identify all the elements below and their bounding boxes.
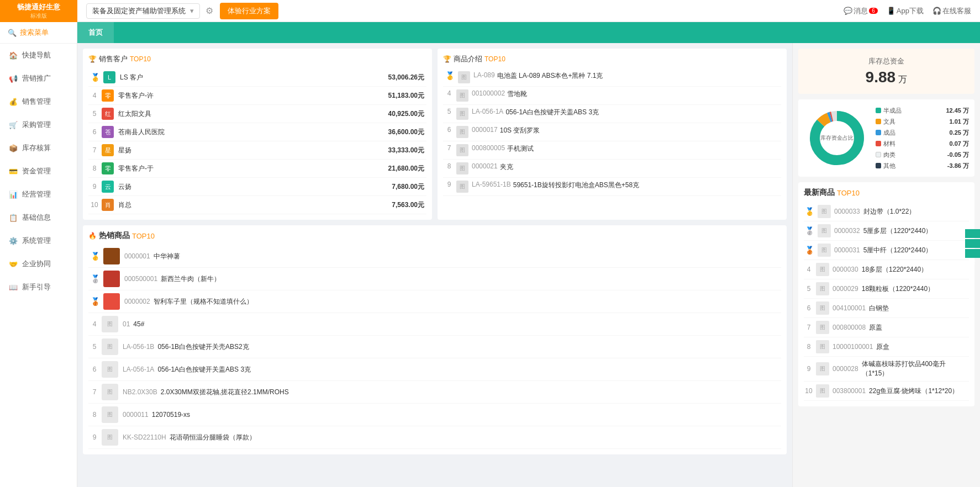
trial-button[interactable]: 体验行业方案 bbox=[220, 3, 278, 19]
sidebar-search[interactable]: 🔍 搜索菜单 bbox=[0, 22, 77, 44]
online-service-btn[interactable]: 🎧 在线客服 bbox=[932, 6, 971, 16]
collab-icon: 🤝 bbox=[9, 260, 18, 268]
rank-num: 9 bbox=[91, 433, 98, 441]
customer-amount: 53,006.26元 bbox=[388, 73, 424, 82]
medal-icon: 🥈 bbox=[91, 274, 100, 283]
trophy2-icon: 🏆 bbox=[443, 55, 451, 63]
app-download-btn[interactable]: 📱 App下载 bbox=[887, 6, 924, 16]
rank-num: 7 bbox=[91, 388, 98, 396]
new-prod-row: 10 图 003800001 22g鱼豆腐·烧烤味（1*12*20） bbox=[804, 382, 969, 401]
service-hotline-btn[interactable]: 客服热线 bbox=[965, 229, 980, 238]
list-item: 4 图 01 45# bbox=[88, 313, 781, 336]
sidebar-item-purchase[interactable]: 🛒 采购管理 bbox=[0, 113, 77, 136]
prod-code: LA-59651-1B bbox=[472, 181, 511, 188]
prod-name: 夹克 bbox=[500, 162, 513, 172]
rank-num: 8 bbox=[91, 411, 98, 419]
basics-label: 基础信息 bbox=[22, 213, 51, 223]
new-prod-row: 5 图 0000029 18颗粒板（1220*2440） bbox=[804, 279, 969, 299]
prod-thumb: 图 bbox=[456, 144, 468, 156]
operations-icon: 📊 bbox=[9, 190, 18, 199]
legend-item: 成品 0.25 万 bbox=[876, 129, 969, 137]
online-label: 在线客服 bbox=[942, 6, 971, 16]
customer-avatar: 苍 bbox=[102, 126, 114, 138]
table-row: 9 图 LA-59651-1B 59651-1B旋转投影灯电池盒ABS黑色+58… bbox=[443, 178, 781, 196]
medal-icon: 🥇 bbox=[91, 252, 100, 261]
rank-num: 9 bbox=[91, 183, 98, 190]
legend-value: -0.05 万 bbox=[947, 151, 969, 159]
headset-icon: 🎧 bbox=[932, 7, 941, 15]
list-item: 7 图 NB2.0X30B 2.0X30MM双搓花轴,搓花直径2.1MM/ROH… bbox=[88, 381, 781, 404]
guide-icon: 📖 bbox=[9, 283, 18, 292]
table-row: 9 云 云扬 7,680.00元 bbox=[88, 178, 426, 196]
prod-name: 056-1B白色按键开关壳ABS2克 bbox=[157, 342, 249, 352]
guide-label: 新手引导 bbox=[22, 282, 51, 292]
tab-bar: 首页 bbox=[77, 22, 980, 43]
prod-code: 01 bbox=[123, 320, 130, 328]
trophy-icon: 🏆 bbox=[88, 55, 97, 63]
service-community-btn[interactable]: 服务社区 bbox=[965, 239, 980, 248]
sidebar-item-inventory[interactable]: 📦 库存核算 bbox=[0, 136, 77, 160]
new-prod-code: 003800001 bbox=[833, 387, 866, 395]
legend-item: 半成品 12.45 万 bbox=[876, 107, 969, 115]
rank-num: 4 bbox=[91, 92, 98, 99]
sidebar-item-operations[interactable]: 📊 经营管理 bbox=[0, 183, 77, 206]
product-thumbnail: 图 bbox=[102, 361, 118, 378]
top-prod-top10: TOP10 bbox=[484, 55, 505, 63]
new-prod-thumb: 图 bbox=[816, 362, 829, 375]
prod-code: 0000017 bbox=[472, 126, 498, 134]
prod-code: LA-056-1A bbox=[472, 108, 503, 115]
customer-avatar: 肖 bbox=[102, 199, 114, 211]
rank-num: 6 bbox=[805, 304, 813, 312]
medal-icon: 🥇 bbox=[91, 73, 100, 82]
service-live-btn[interactable]: 直播 bbox=[965, 249, 980, 258]
operations-label: 经营管理 bbox=[22, 189, 51, 199]
legend-name: 文具 bbox=[883, 118, 950, 126]
prod-thumb: 图 bbox=[456, 162, 468, 174]
prod-code: 000800005 bbox=[472, 144, 505, 152]
medal-icon: 🥇 bbox=[805, 207, 814, 216]
table-row: 5 红 红太阳文具 40,925.00元 bbox=[88, 105, 426, 123]
gear-icon[interactable]: ⚙ bbox=[206, 6, 213, 16]
prod-code: 0000002 bbox=[124, 298, 150, 305]
legend-value: -3.86 万 bbox=[947, 162, 969, 170]
top-prod-title: 商品介绍 bbox=[454, 54, 482, 64]
sidebar-item-system[interactable]: ⚙️ 系统管理 bbox=[0, 229, 77, 252]
prod-name: 59651-1B旋转投影灯电池盒ABS黑色+58克 bbox=[513, 181, 639, 190]
prod-code: NB2.0X30B bbox=[123, 388, 157, 396]
message-btn[interactable]: 💬 消息 6 bbox=[844, 6, 878, 16]
top-products-right-card: 🏆 商品介绍 TOP10 🥇 图 LA-089 电池盖 LA-089 ABS本色… bbox=[438, 49, 787, 220]
sidebar-item-quick-nav[interactable]: 🏠 快捷导航 bbox=[0, 44, 77, 67]
prod-code: 000500001 bbox=[124, 275, 157, 283]
marketing-icon: 📢 bbox=[9, 75, 18, 83]
sidebar: 🔍 搜索菜单 🏠 快捷导航 📢 营销推广 💰 销售管理 🛒 采购管理 📦 库存核… bbox=[0, 22, 77, 487]
prod-name: 中华神薯 bbox=[154, 252, 180, 261]
customer-amount: 33,333.00元 bbox=[388, 146, 424, 155]
new-prod-name: 22g鱼豆腐·烧烤味（1*12*20） bbox=[869, 387, 968, 396]
customer-name: 零售客户-许 bbox=[118, 91, 388, 100]
right-panel: 库存总资金 9.88 万 bbox=[792, 43, 980, 487]
legend-name: 肉类 bbox=[883, 151, 947, 159]
medal-icon: 🥈 bbox=[805, 226, 814, 235]
new-prod-name: 体碱嘉枝味苏打饮品400毫升（1*15） bbox=[862, 359, 968, 378]
sales-icon: 💰 bbox=[9, 98, 18, 106]
legend-item: 其他 -3.86 万 bbox=[876, 162, 969, 170]
sidebar-item-sales[interactable]: 💰 销售管理 bbox=[0, 90, 77, 113]
inventory-value-row: 9.88 万 bbox=[807, 68, 966, 86]
hot-top10-label: TOP10 bbox=[132, 232, 155, 240]
new-prod-code: 10000100001 bbox=[833, 343, 873, 351]
tab-home[interactable]: 首页 bbox=[77, 22, 114, 43]
new-prod-name: 原盒 bbox=[876, 342, 968, 352]
system-selector[interactable]: 装备及固定资产辅助管理系统 ▾ bbox=[86, 3, 200, 19]
table-row: 🥇 L LS 客户 53,006.26元 bbox=[88, 68, 426, 87]
sidebar-item-finance[interactable]: 💳 资金管理 bbox=[0, 160, 77, 183]
finance-icon: 💳 bbox=[9, 167, 18, 176]
dropdown-arrow-icon: ▾ bbox=[190, 7, 194, 15]
list-item: 🥇 0000001 中华神薯 bbox=[88, 245, 781, 268]
prod-thumb: 图 bbox=[456, 126, 468, 138]
sidebar-item-guide[interactable]: 📖 新手引导 bbox=[0, 276, 77, 299]
sidebar-item-collab[interactable]: 🤝 企业协同 bbox=[0, 252, 77, 276]
sidebar-item-marketing[interactable]: 📢 营销推广 bbox=[0, 67, 77, 90]
sidebar-item-basics[interactable]: 📋 基础信息 bbox=[0, 206, 77, 229]
new-prod-code: 0000033 bbox=[834, 208, 860, 215]
customer-name: 星扬 bbox=[118, 146, 388, 155]
